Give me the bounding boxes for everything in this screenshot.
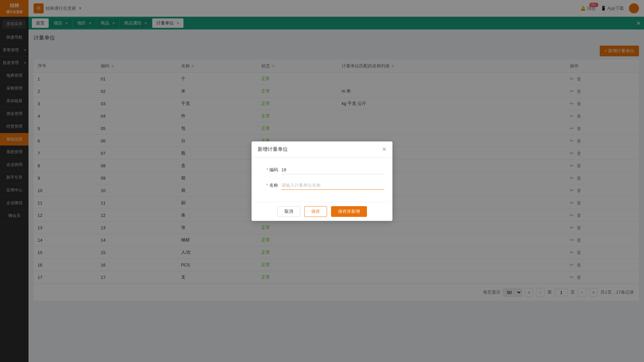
save-and-add-button[interactable]: 保存并新增 [331,206,367,217]
code-input[interactable] [281,166,384,174]
modal-body: 编码 名称 [252,158,392,202]
name-label: 名称 [260,182,278,188]
code-label: 编码 [260,167,278,173]
modal-close-btn[interactable]: ✕ [382,146,386,153]
form-row-code: 编码 [260,166,384,174]
save-button[interactable]: 保存 [304,206,327,217]
add-unit-modal: 新增计量单位 ✕ 编码 名称 取消 保存 保存并新增 [252,141,392,221]
cancel-button[interactable]: 取消 [277,206,300,217]
modal-title: 新增计量单位 [258,146,288,153]
modal-footer: 取消 保存 保存并新增 [252,202,392,221]
name-input[interactable] [281,181,384,190]
form-row-name: 名称 [260,181,384,190]
modal-overlay[interactable]: 新增计量单位 ✕ 编码 名称 取消 保存 保存并新增 [0,0,644,362]
modal-header: 新增计量单位 ✕ [252,141,392,158]
